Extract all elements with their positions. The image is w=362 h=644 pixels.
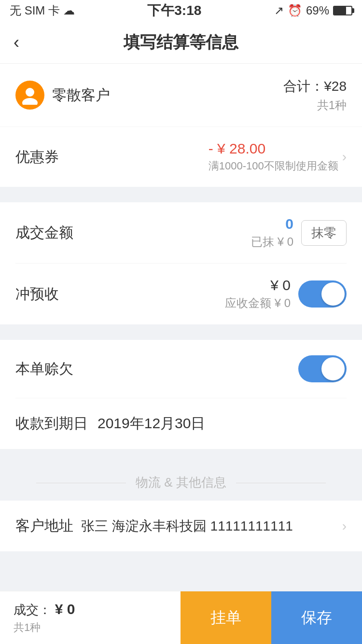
prepay-toggle[interactable] (298, 280, 347, 308)
coupon-right: - ¥ 28.00 满1000-100不限制使用金额 › (209, 140, 347, 173)
bottom-info: 成交： ¥ 0 共1种 (0, 601, 181, 635)
hang-button[interactable]: 挂单 (181, 591, 271, 644)
customer-right: 合计：¥28 共1种 (283, 77, 347, 113)
status-left: 无 SIM 卡 ☁ (10, 3, 75, 18)
logistics-header-text: 物流 & 其他信息 (126, 475, 236, 490)
section-divider-3 (0, 457, 362, 464)
status-right: ↗ ⏰ 69% (274, 4, 352, 17)
back-button[interactable]: ‹ (14, 32, 19, 53)
address-row[interactable]: 客户地址 张三 海淀永丰科技园 11111111111 › (15, 501, 347, 551)
credit-label: 本单赊欠 (15, 359, 73, 379)
credit-row: 本单赊欠 (15, 340, 347, 398)
status-bar: 无 SIM 卡 ☁ 下午3:18 ↗ ⏰ 69% (0, 0, 362, 21)
coupon-row[interactable]: 优惠券 - ¥ 28.00 满1000-100不限制使用金额 › (0, 127, 362, 187)
coupon-discount: - ¥ 28.00 (209, 140, 338, 157)
customer-name: 零散客户 (52, 85, 110, 105)
prepay-label: 冲预收 (15, 284, 59, 304)
transaction-section: 成交金额 0 已抹 ¥ 0 抹零 冲预收 ¥ 0 应收金额 ¥ 0 (0, 202, 362, 324)
bottom-trade-line: 成交： ¥ 0 (14, 601, 167, 618)
credit-section: 本单赊欠 收款到期日 2019年12月30日 (0, 340, 362, 449)
credit-toggle[interactable] (298, 355, 347, 382)
location-icon: ↗ (274, 4, 284, 17)
customer-left: 零散客户 (15, 81, 110, 110)
page-title: 填写结算等信息 (124, 31, 238, 54)
prepay-sub: 应收金额 ¥ 0 (225, 295, 291, 311)
prepay-row: 冲预收 ¥ 0 应收金额 ¥ 0 (15, 264, 347, 324)
bottom-trade-amount: ¥ 0 (55, 601, 75, 617)
sim-text: 无 SIM 卡 ☁ (10, 3, 75, 18)
svg-point-1 (22, 98, 38, 105)
bottom-bar: 成交： ¥ 0 共1种 挂单 保存 (0, 591, 362, 644)
transaction-label: 成交金额 (15, 223, 73, 243)
customer-total: 合计：¥28 (283, 77, 347, 96)
customer-count: 共1种 (283, 98, 347, 113)
bottom-count: 共1种 (14, 620, 167, 635)
coupon-info: - ¥ 28.00 满1000-100不限制使用金额 (209, 140, 338, 173)
transaction-sub: 已抹 ¥ 0 (251, 234, 293, 250)
coupon-desc: 满1000-100不限制使用金额 (209, 159, 338, 173)
transaction-value: 0 (285, 216, 293, 232)
customer-row: 零散客户 合计：¥28 共1种 (0, 64, 362, 127)
svg-point-0 (26, 88, 34, 97)
logistics-header: 物流 & 其他信息 (0, 464, 362, 501)
transaction-value-group: 0 已抹 ¥ 0 (251, 216, 293, 250)
prepay-amount-group: ¥ 0 应收金额 ¥ 0 (225, 277, 291, 311)
round-zero-button[interactable]: 抹零 (301, 220, 347, 246)
customer-card: 零散客户 合计：¥28 共1种 优惠券 - ¥ 28.00 满1000-100不… (0, 64, 362, 187)
section-divider-1 (0, 195, 362, 202)
transaction-row: 成交金额 0 已抹 ¥ 0 抹零 (15, 202, 347, 264)
avatar-icon (20, 85, 40, 105)
due-date-label: 收款到期日 (15, 414, 88, 434)
address-value: 张三 海淀永丰科技园 11111111111 (81, 517, 334, 535)
address-label: 客户地址 (15, 516, 73, 536)
battery-text: 69% (306, 4, 329, 17)
due-date-value: 2019年12月30日 (97, 414, 205, 434)
address-chevron-icon: › (342, 518, 347, 534)
battery-icon (333, 6, 352, 15)
status-time: 下午3:18 (147, 1, 201, 20)
coupon-chevron-icon: › (342, 149, 347, 165)
section-divider-2 (0, 332, 362, 340)
transaction-right: 0 已抹 ¥ 0 抹零 (251, 216, 347, 250)
save-button[interactable]: 保存 (271, 591, 362, 644)
content: 零散客户 合计：¥28 共1种 优惠券 - ¥ 28.00 满1000-100不… (0, 64, 362, 617)
address-section: 客户地址 张三 海淀永丰科技园 11111111111 › (0, 501, 362, 551)
prepay-amount: ¥ 0 (225, 277, 291, 294)
customer-avatar (15, 81, 44, 110)
due-date-row: 收款到期日 2019年12月30日 (15, 398, 347, 449)
bottom-trade-label: 成交： (14, 602, 51, 617)
nav-bar: ‹ 填写结算等信息 (0, 21, 362, 64)
alarm-icon: ⏰ (288, 4, 302, 17)
coupon-label: 优惠券 (15, 147, 59, 167)
prepay-right: ¥ 0 应收金额 ¥ 0 (225, 277, 347, 311)
